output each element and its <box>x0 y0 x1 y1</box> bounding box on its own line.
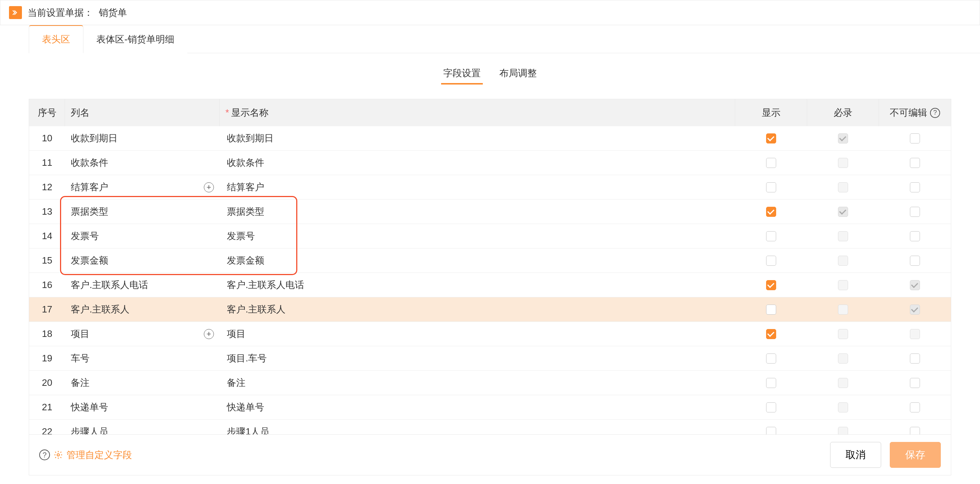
table-row: 20备注备注 <box>29 371 951 395</box>
cell-seq: 18 <box>29 322 65 346</box>
checkbox-show[interactable] <box>766 280 776 290</box>
subtab-1[interactable]: 布局调整 <box>497 63 539 84</box>
cell-name: 项目+ <box>65 322 220 346</box>
chevron-right-icon <box>12 10 19 16</box>
cell-display[interactable]: 项目.车号 <box>220 346 735 370</box>
checkbox-required <box>838 158 848 168</box>
checkbox-readonly[interactable] <box>910 207 920 217</box>
topbar-value: 销货单 <box>99 6 127 19</box>
subtab-0[interactable]: 字段设置 <box>441 63 483 84</box>
tab-0[interactable]: 表头区 <box>29 25 83 53</box>
checkbox-readonly[interactable] <box>910 402 920 412</box>
checkbox-readonly[interactable] <box>910 378 920 388</box>
table-row: 21快递单号快递单号 <box>29 395 951 420</box>
cell-name: 快递单号 <box>65 395 220 419</box>
table-row: 15发票金额发票金额 <box>29 248 951 273</box>
table-row: 11收款条件收款条件 <box>29 151 951 175</box>
checkbox-required <box>838 353 848 363</box>
field-table: 序号 列名 * 显示名称 显示 必录 不可编辑 ? 10收款到期日收款到期日11… <box>29 99 951 451</box>
cell-name: 车号 <box>65 346 220 370</box>
checkbox-show[interactable] <box>766 353 776 363</box>
checkbox-required <box>838 378 848 388</box>
checkbox-readonly <box>910 280 920 290</box>
cell-seq: 12 <box>29 175 65 199</box>
cell-display[interactable]: 发票号 <box>220 224 735 248</box>
expand-field-icon[interactable]: + <box>204 329 214 339</box>
cell-display[interactable]: 收款条件 <box>220 151 735 175</box>
checkbox-show[interactable] <box>766 402 776 412</box>
table-row: 10收款到期日收款到期日 <box>29 126 951 151</box>
checkbox-required <box>838 207 848 217</box>
header-readonly: 不可编辑 ? <box>879 99 951 126</box>
checkbox-show[interactable] <box>766 231 776 241</box>
checkbox-readonly <box>910 304 920 315</box>
checkbox-readonly[interactable] <box>910 231 920 241</box>
cell-name: 备注 <box>65 371 220 395</box>
checkbox-required <box>838 256 848 266</box>
cell-seq: 21 <box>29 395 65 419</box>
table-row: 16客户.主联系人电话客户.主联系人电话 <box>29 273 951 298</box>
manage-custom-fields-link[interactable]: ? 管理自定义字段 <box>39 449 132 461</box>
svg-point-0 <box>57 454 60 456</box>
cell-seq: 11 <box>29 151 65 175</box>
cell-seq: 14 <box>29 224 65 248</box>
gear-icon <box>54 450 63 460</box>
cell-display[interactable]: 项目 <box>220 322 735 346</box>
checkbox-show[interactable] <box>766 182 776 193</box>
checkbox-show[interactable] <box>766 207 776 217</box>
checkbox-show[interactable] <box>766 304 776 315</box>
cell-display[interactable]: 收款到期日 <box>220 126 735 150</box>
cell-display[interactable]: 发票金额 <box>220 248 735 272</box>
cell-name: 收款到期日 <box>65 126 220 150</box>
cell-seq: 15 <box>29 248 65 272</box>
table-row: 12结算客户+结算客户 <box>29 175 951 199</box>
checkbox-readonly[interactable] <box>910 256 920 266</box>
cell-seq: 20 <box>29 371 65 395</box>
expand-field-icon[interactable]: + <box>204 182 214 193</box>
checkbox-required <box>838 182 848 193</box>
expand-sidebar-button[interactable] <box>9 6 22 19</box>
checkbox-required <box>838 402 848 412</box>
checkbox-show[interactable] <box>766 158 776 168</box>
cell-seq: 16 <box>29 273 65 297</box>
checkbox-readonly[interactable] <box>910 134 920 143</box>
topbar: 当前设置单据： 销货单 <box>0 0 980 25</box>
info-icon: ? <box>39 449 50 460</box>
required-star-icon: * <box>225 107 229 118</box>
save-button[interactable]: 保存 <box>890 442 941 468</box>
checkbox-show[interactable] <box>766 329 776 339</box>
cell-display[interactable]: 客户.主联系人电话 <box>220 273 735 297</box>
checkbox-readonly[interactable] <box>910 182 920 193</box>
checkbox-show[interactable] <box>766 256 776 266</box>
cell-display[interactable]: 票据类型 <box>220 199 735 224</box>
checkbox-show[interactable] <box>766 134 776 143</box>
cell-name: 收款条件 <box>65 151 220 175</box>
checkbox-required <box>838 280 848 290</box>
cell-name: 发票号 <box>65 224 220 248</box>
cell-display[interactable]: 客户.主联系人 <box>220 298 735 322</box>
checkbox-required <box>838 304 848 315</box>
checkbox-required <box>838 134 848 143</box>
table-row: 18项目+项目 <box>29 322 951 346</box>
cell-display[interactable]: 快递单号 <box>220 395 735 419</box>
header-name: 列名 <box>65 99 220 126</box>
checkbox-readonly[interactable] <box>910 353 920 363</box>
table-row: 19车号项目.车号 <box>29 346 951 371</box>
cell-display[interactable]: 备注 <box>220 371 735 395</box>
checkbox-show[interactable] <box>766 378 776 388</box>
tab-1[interactable]: 表体区-销货单明细 <box>83 25 187 53</box>
header-required: 必录 <box>807 99 879 126</box>
table-header: 序号 列名 * 显示名称 显示 必录 不可编辑 ? <box>29 99 951 126</box>
checkbox-required <box>838 329 848 339</box>
help-icon[interactable]: ? <box>930 108 940 118</box>
topbar-label: 当前设置单据： <box>28 6 93 19</box>
checkbox-readonly[interactable] <box>910 158 920 168</box>
cell-seq: 10 <box>29 126 65 150</box>
cell-name: 发票金额 <box>65 248 220 272</box>
cancel-button[interactable]: 取消 <box>830 442 881 468</box>
cell-name: 客户.主联系人电话 <box>65 273 220 297</box>
checkbox-readonly <box>910 329 920 339</box>
footer: ? 管理自定义字段 取消 保存 <box>29 435 951 475</box>
cell-display[interactable]: 结算客户 <box>220 175 735 199</box>
table-row: 13票据类型票据类型 <box>29 199 951 224</box>
